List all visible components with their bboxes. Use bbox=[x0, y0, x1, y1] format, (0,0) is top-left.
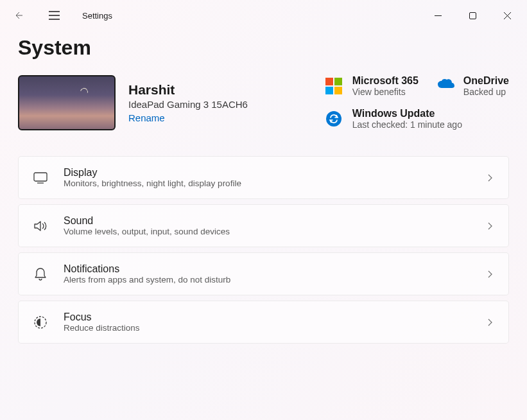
item-sub: Alerts from apps and system, do not dist… bbox=[64, 275, 470, 284]
onedrive-cloud-icon bbox=[436, 78, 454, 96]
status-sub: Last checked: 1 minute ago bbox=[352, 119, 462, 130]
microsoft-logo-icon bbox=[325, 78, 343, 96]
chevron-right-icon bbox=[485, 222, 494, 231]
settings-list: Display Monitors, brightness, night ligh… bbox=[0, 156, 527, 344]
focus-icon bbox=[33, 315, 48, 330]
page-title: System bbox=[0, 31, 527, 75]
rename-link[interactable]: Rename bbox=[128, 112, 248, 123]
settings-item-focus[interactable]: Focus Reduce distractions bbox=[18, 301, 509, 344]
status-microsoft-365[interactable]: Microsoft 365 View benefits bbox=[325, 75, 419, 98]
settings-item-display[interactable]: Display Monitors, brightness, night ligh… bbox=[18, 156, 509, 199]
maximize-icon bbox=[469, 12, 476, 19]
device-thumbnail[interactable] bbox=[18, 75, 116, 130]
close-icon bbox=[504, 12, 511, 19]
status-sub: View benefits bbox=[352, 87, 419, 97]
status-windows-update[interactable]: Windows Update Last checked: 1 minute ag… bbox=[325, 108, 509, 130]
close-button[interactable] bbox=[492, 5, 522, 26]
hamburger-icon bbox=[49, 11, 60, 20]
back-button[interactable] bbox=[5, 3, 31, 28]
minimize-icon bbox=[435, 12, 442, 19]
chevron-right-icon bbox=[485, 318, 494, 327]
svg-rect-2 bbox=[34, 173, 47, 181]
nav-menu-button[interactable] bbox=[41, 3, 67, 28]
item-title: Focus bbox=[64, 311, 470, 323]
device-name: Harshit bbox=[128, 82, 248, 98]
settings-item-sound[interactable]: Sound Volume levels, output, input, soun… bbox=[18, 204, 509, 247]
settings-item-notifications[interactable]: Notifications Alerts from apps and syste… bbox=[18, 252, 509, 295]
chevron-right-icon bbox=[485, 173, 494, 182]
titlebar: Settings bbox=[0, 0, 527, 31]
sound-icon bbox=[33, 218, 48, 234]
chevron-right-icon bbox=[485, 270, 494, 279]
device-model: IdeaPad Gaming 3 15ACH6 bbox=[128, 99, 248, 110]
status-sub: Backed up bbox=[463, 87, 509, 97]
status-onedrive[interactable]: OneDrive Backed up bbox=[436, 75, 509, 98]
svg-point-1 bbox=[326, 111, 341, 127]
update-sync-icon bbox=[325, 110, 343, 128]
item-title: Sound bbox=[64, 215, 470, 227]
status-title: Windows Update bbox=[352, 108, 462, 119]
display-icon bbox=[33, 170, 48, 186]
bell-icon bbox=[33, 267, 48, 282]
status-title: OneDrive bbox=[463, 75, 509, 87]
maximize-button[interactable] bbox=[458, 5, 487, 26]
item-title: Notifications bbox=[64, 263, 470, 275]
app-title: Settings bbox=[82, 11, 112, 21]
device-card: Harshit IdeaPad Gaming 3 15ACH6 Rename bbox=[18, 75, 248, 130]
item-sub: Reduce distractions bbox=[64, 323, 470, 333]
item-sub: Volume levels, output, input, sound devi… bbox=[64, 227, 470, 236]
minimize-button[interactable] bbox=[423, 5, 453, 26]
back-arrow-icon bbox=[13, 10, 23, 21]
item-sub: Monitors, brightness, night light, displ… bbox=[64, 179, 470, 188]
item-title: Display bbox=[64, 167, 470, 179]
svg-rect-0 bbox=[469, 12, 476, 19]
status-title: Microsoft 365 bbox=[352, 75, 419, 87]
